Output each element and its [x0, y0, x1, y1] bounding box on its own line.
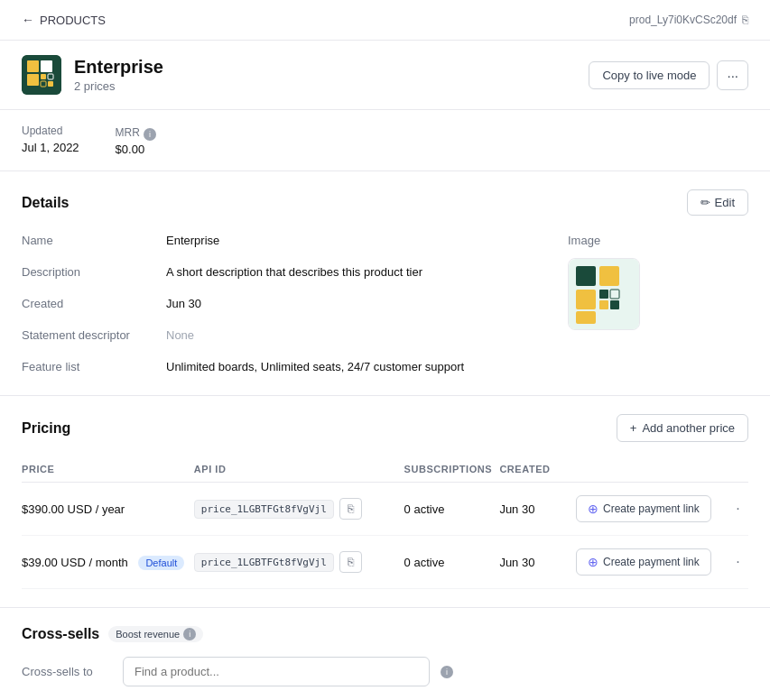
- table-row: $390.00 USD / year price_1LGBTFGt8fVgVjl…: [22, 483, 748, 536]
- plus-circle-icon-2: ⊕: [588, 555, 598, 569]
- prod-id-row: prod_Ly7i0KvCSc20df ⎘: [629, 14, 748, 26]
- add-price-label: Add another price: [642, 421, 735, 435]
- details-section: Details ✏ Edit Name Enterprise Descripti…: [0, 171, 770, 396]
- svg-rect-13: [610, 300, 619, 309]
- header-section: Enterprise 2 prices Copy to live mode ··…: [0, 41, 770, 110]
- details-image-col: Image: [568, 230, 748, 377]
- cross-to-label: Cross-sells to: [22, 665, 112, 678]
- mrr-label: MRR: [116, 126, 140, 139]
- product-info: Enterprise 2 prices: [22, 55, 163, 95]
- more-button[interactable]: ···: [717, 60, 748, 90]
- details-left: Name Enterprise Description A short desc…: [22, 230, 546, 377]
- cross-header: Cross-sells Boost revenue i: [22, 626, 748, 642]
- subscriptions-2: 0 active: [404, 536, 500, 589]
- copy-icon[interactable]: ⎘: [742, 14, 748, 26]
- created-label: Created: [22, 293, 166, 314]
- pricing-section: Pricing + Add another price PRICE API ID…: [0, 396, 770, 608]
- svg-rect-16: [576, 311, 596, 324]
- svg-rect-3: [41, 60, 52, 72]
- image-label: Image: [568, 230, 600, 251]
- statement-label: Statement descriptor: [22, 325, 166, 345]
- col-subscriptions: SUBSCRIPTIONS: [404, 456, 500, 483]
- price-id-badge-2: price_1LGBTFGt8fVgVjl: [194, 553, 334, 572]
- copy-live-button[interactable]: Copy to live mode: [589, 61, 710, 89]
- pricing-table: PRICE API ID SUBSCRIPTIONS CREATED $390.…: [22, 456, 748, 589]
- price-amount-2: $39.00 USD / month Default: [22, 536, 194, 589]
- svg-rect-9: [576, 266, 596, 286]
- meta-updated: Updated Jul 1, 2022: [22, 124, 79, 156]
- svg-rect-14: [599, 300, 608, 309]
- feature-label: Feature list: [22, 356, 166, 377]
- col-created: CREATED: [499, 456, 576, 483]
- edit-label: Edit: [715, 196, 735, 209]
- subscriptions-1: 0 active: [404, 483, 500, 536]
- copy-api-id-1[interactable]: ⎘: [339, 498, 362, 520]
- product-image: [568, 258, 640, 330]
- svg-rect-4: [41, 74, 46, 79]
- col-price: PRICE: [22, 456, 194, 483]
- boost-badge: Boost revenue i: [108, 626, 203, 642]
- default-badge: Default: [138, 556, 184, 570]
- top-bar: ← PRODUCTS prod_Ly7i0KvCSc20df ⎘: [0, 0, 770, 41]
- name-label: Name: [22, 230, 166, 251]
- header-actions: Copy to live mode ···: [589, 60, 748, 90]
- create-payment-link-button-2[interactable]: ⊕ Create payment link: [576, 548, 711, 576]
- create-link-label-1: Create payment link: [603, 502, 700, 515]
- row-more-button-2[interactable]: ·: [728, 550, 747, 574]
- details-header: Details ✏ Edit: [22, 189, 748, 216]
- pricing-header-row: PRICE API ID SUBSCRIPTIONS CREATED: [22, 456, 748, 483]
- details-title: Details: [22, 195, 69, 211]
- statement-value: None: [166, 325, 546, 345]
- created-value: Jun 30: [166, 293, 546, 314]
- cross-sells-section: Cross-sells Boost revenue i Cross-sells …: [0, 608, 770, 700]
- mrr-value: $0.00: [116, 143, 156, 156]
- pricing-header: Pricing + Add another price: [22, 414, 748, 442]
- boost-info-icon[interactable]: i: [183, 628, 196, 640]
- back-arrow-icon: ←: [22, 13, 34, 27]
- product-text: Enterprise 2 prices: [74, 57, 163, 93]
- description-label: Description: [22, 262, 166, 282]
- logo-svg: [22, 55, 61, 95]
- price-id-badge-1: price_1LGBTFGt8fVgVjl: [194, 500, 334, 519]
- table-row: $39.00 USD / month Default price_1LGBTFG…: [22, 536, 748, 589]
- name-value: Enterprise: [166, 230, 546, 251]
- created-2: Jun 30: [499, 536, 576, 589]
- svg-rect-6: [41, 81, 46, 87]
- details-grid: Name Enterprise Description A short desc…: [22, 230, 546, 377]
- back-link[interactable]: ← PRODUCTS: [22, 13, 106, 27]
- pencil-icon: ✏: [700, 196, 710, 209]
- product-logo: [22, 55, 61, 95]
- svg-rect-5: [48, 81, 53, 87]
- updated-value: Jul 1, 2022: [22, 141, 79, 154]
- mrr-info-icon[interactable]: i: [144, 128, 156, 141]
- api-id-cell-1: price_1LGBTFGt8fVgVjl ⎘: [194, 483, 404, 536]
- api-id-cell-2: price_1LGBTFGt8fVgVjl ⎘: [194, 536, 404, 589]
- cross-sells-row: Cross-sells to i: [22, 657, 748, 686]
- product-prices: 2 prices: [74, 79, 163, 93]
- add-price-button[interactable]: + Add another price: [617, 414, 748, 442]
- col-api-id: API ID: [194, 456, 404, 483]
- row-more-2: ·: [728, 536, 748, 589]
- created-1: Jun 30: [499, 483, 576, 536]
- find-product-input[interactable]: [123, 657, 430, 686]
- plus-icon: +: [630, 421, 637, 435]
- col-actions: [576, 456, 728, 483]
- description-value: A short description that describes this …: [166, 262, 546, 282]
- svg-rect-15: [610, 290, 619, 299]
- input-info-icon[interactable]: i: [441, 666, 453, 678]
- edit-button[interactable]: ✏ Edit: [687, 189, 748, 216]
- cross-title: Cross-sells: [22, 626, 99, 642]
- pricing-title: Pricing: [22, 420, 70, 437]
- back-label: PRODUCTS: [40, 14, 106, 27]
- feature-value: Unlimited boards, Unlimited seats, 24/7 …: [166, 356, 546, 377]
- svg-rect-7: [48, 74, 53, 79]
- copy-api-id-2[interactable]: ⎘: [339, 551, 362, 573]
- svg-rect-2: [27, 74, 39, 86]
- row-more-button-1[interactable]: ·: [728, 497, 747, 520]
- create-link-2: ⊕ Create payment link: [576, 536, 728, 589]
- meta-section: Updated Jul 1, 2022 MRR i $0.00: [0, 110, 770, 171]
- create-payment-link-button-1[interactable]: ⊕ Create payment link: [576, 495, 711, 522]
- product-name: Enterprise: [74, 57, 163, 78]
- svg-rect-11: [576, 290, 596, 309]
- prod-id-text: prod_Ly7i0KvCSc20df: [629, 14, 737, 26]
